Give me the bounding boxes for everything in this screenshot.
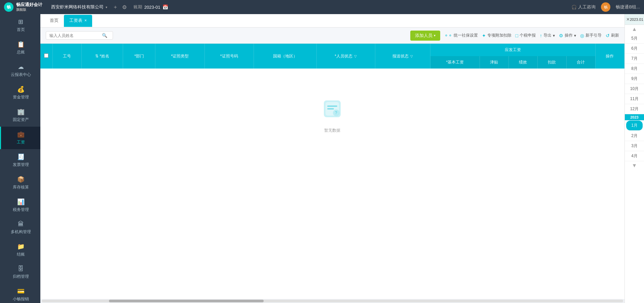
social-security-button[interactable]: ⚬⚬ 统一社保设置 (444, 33, 478, 38)
th-checkbox[interactable] (40, 44, 52, 69)
service-button[interactable]: 🎧 人工咨询 (571, 4, 596, 10)
sidebar-item-ledger[interactable]: 📋 总账 (0, 37, 40, 59)
th-report-status: 报送状态 ▽ (375, 44, 430, 69)
scrollbar-thumb[interactable] (109, 300, 264, 302)
special-deduction-button[interactable]: ✦ 专项附加扣除 (482, 33, 512, 38)
tax-report-icon: □ (516, 33, 518, 38)
sidebar-item-label: 税务管理 (13, 207, 29, 213)
ledger-icon: 📋 (17, 41, 25, 48)
month-1-2023[interactable]: 1月 (626, 121, 643, 131)
salary-table: 工号 ⇅ *姓名 *部门 *证照类型 *证照号码 国籍（地区） *人员状态 ▽ … (40, 44, 624, 160)
month-11-2022[interactable]: 11月 (625, 94, 644, 104)
report-status-filter-icon[interactable]: ▽ (410, 54, 413, 58)
toolbar-right: 添加人员 ▾ ⚬⚬ 统一社保设置 ✦ 专项附加扣除 □ 个税申报 ↑ 导出 (410, 31, 619, 41)
sidebar-item-label: 工资 (17, 139, 25, 145)
month-6-2022[interactable]: 6月 (625, 44, 644, 54)
logo-sub: 旗舰版 (16, 7, 42, 12)
month-3-2023[interactable]: 3月 (625, 141, 644, 151)
add-person-dropdown-icon: ▾ (434, 34, 435, 37)
select-all-checkbox[interactable] (44, 53, 48, 58)
user-name: 畅捷通B组... (616, 4, 640, 10)
guide-button[interactable]: ◎ 新手引导 (580, 33, 602, 38)
scroll-down-button[interactable]: ▼ (625, 161, 644, 170)
sidebar-item-label: 归档管理 (13, 274, 29, 279)
sidebar-item-cloud-report[interactable]: ☁ 云报表中心 (0, 59, 40, 82)
month-5-2022[interactable]: 5月 (625, 34, 644, 44)
svg-rect-3 (327, 108, 334, 110)
expense-icon: 💳 (17, 288, 25, 295)
th-country: 国籍（地区） (254, 44, 316, 69)
search-icon: 🔍 (102, 33, 107, 38)
table-scrollbar[interactable] (40, 299, 624, 303)
sidebar-item-home[interactable]: ⊞ 首页 (0, 14, 40, 37)
month-9-2022[interactable]: 9月 (625, 74, 644, 84)
th-dept: *部门 (123, 44, 155, 69)
tax-report-button[interactable]: □ 个税申报 (516, 33, 536, 38)
export-button[interactable]: ↑ 导出 ▾ (540, 33, 555, 38)
period-calendar-icon[interactable]: 📅 (162, 4, 168, 10)
sidebar-item-label: 库存核算 (13, 184, 29, 190)
settings-icon[interactable]: ⚙ (122, 4, 127, 10)
sidebar-item-label: 固定资产 (13, 117, 29, 123)
invoice-icon: 🧾 (17, 153, 25, 161)
sidebar-item-inventory[interactable]: 📦 库存核算 (0, 172, 40, 194)
sidebar-item-label: 结账 (17, 252, 25, 257)
status-filter-icon[interactable]: ▽ (354, 54, 357, 58)
company-name: 西安虾米网络科技有限公司 (51, 4, 104, 10)
th-total: 合计 (566, 56, 595, 69)
company-selector[interactable]: 西安虾米网络科技有限公司 ▾ (51, 4, 107, 10)
headset-icon: 🎧 (571, 5, 577, 10)
tab-close-icon[interactable]: × (84, 18, 87, 23)
add-company-icon[interactable]: ＋ (113, 4, 118, 11)
top-actions: ＋ ⚙ (113, 4, 127, 11)
guide-toolbar-icon: ◎ (580, 33, 584, 38)
sidebar-item-expense[interactable]: 💳 小畅报销 (0, 284, 40, 303)
special-deduction-label: 专项附加扣除 (487, 33, 512, 38)
sidebar-item-invoice[interactable]: 🧾 发票管理 (0, 149, 40, 172)
search-box: 🔍 (46, 31, 113, 40)
chevron-down-icon: ▼ (632, 163, 637, 169)
sidebar-item-multi-org[interactable]: 🏛 多机构管理 (0, 217, 40, 239)
scroll-up-button[interactable]: ▲ (625, 25, 644, 34)
month-8-2022[interactable]: 8月 (625, 64, 644, 74)
month-2-2023[interactable]: 2月 (625, 131, 644, 141)
right-panel: ✕ 2023.01 ⤢ ▲ 5月 6月 7月 8月 9月 10月 11月 12月… (624, 14, 644, 303)
svg-text:?: ? (335, 111, 337, 115)
month-4-2023[interactable]: 4月 (625, 151, 644, 161)
sidebar-item-tax[interactable]: 📊 税务管理 (0, 194, 40, 217)
add-person-button[interactable]: 添加人员 ▾ (410, 31, 440, 41)
month-12-2022[interactable]: 12月 (625, 104, 644, 114)
th-deduction: 扣款 (537, 56, 566, 69)
export-arrow-icon: ▾ (553, 33, 555, 38)
user-avatar[interactable]: 畅 (601, 2, 610, 12)
panel-close-icon[interactable]: ✕ (626, 17, 630, 22)
refresh-button[interactable]: ↺ 刷新 (606, 33, 619, 38)
period-label: 账期 (134, 4, 142, 10)
month-7-2022[interactable]: 7月 (625, 54, 644, 64)
content-area: 首页 工资表 × 🔍 添加人员 ▾ ⚬⚬ 统一社保设置 (40, 14, 624, 303)
month-10-2022[interactable]: 10月 (625, 84, 644, 94)
logo: 畅 畅应通好会计 旗舰版 (4, 2, 44, 12)
sidebar-item-salary[interactable]: 💼 工资 (0, 127, 40, 149)
year-2023-label: 2023 (625, 114, 644, 120)
sidebar-item-close-account[interactable]: 📁 结账 (0, 239, 40, 261)
sidebar-item-fixed-asset[interactable]: 🏢 固定资产 (0, 104, 40, 127)
sidebar-item-fund[interactable]: 💰 资金管理 (0, 82, 40, 104)
empty-icon: ? (319, 95, 346, 122)
sidebar-item-archive[interactable]: 🗄 归档管理 (0, 261, 40, 284)
sidebar-item-label: 首页 (17, 27, 25, 33)
tab-bar: 首页 工资表 × (40, 14, 624, 28)
search-input[interactable] (49, 33, 100, 38)
tab-home[interactable]: 首页 (44, 15, 64, 27)
tab-salary-table[interactable]: 工资表 × (64, 15, 92, 27)
logo-title: 畅应通好会计 (16, 2, 42, 7)
company-dropdown-arrow[interactable]: ▾ (106, 5, 107, 9)
operations-icon: ⚙ (559, 33, 563, 38)
th-operations: 操作 (595, 44, 624, 69)
operations-button[interactable]: ⚙ 操作 ▾ (559, 33, 576, 38)
top-right: 🎧 人工咨询 畅 畅捷通B组... (571, 2, 640, 12)
operations-label: 操作 (565, 33, 573, 38)
operations-arrow-icon: ▾ (574, 33, 576, 38)
empty-state: ? 暂无数据 (40, 69, 624, 160)
sort-icon: ⇅ (95, 54, 99, 58)
